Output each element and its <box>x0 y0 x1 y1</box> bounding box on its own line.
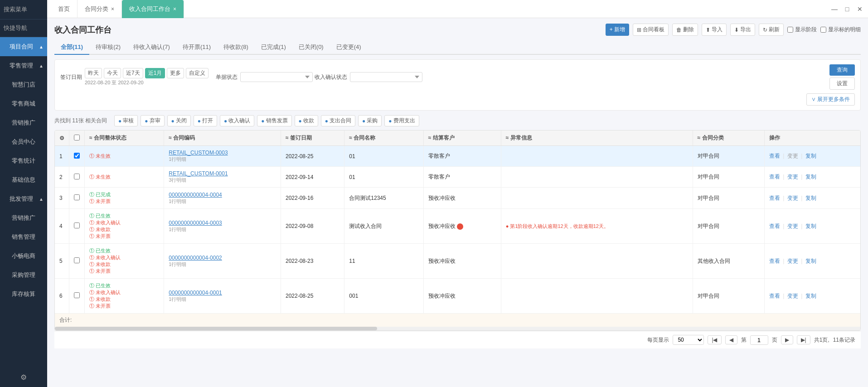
sidebar-item-inventory[interactable]: 库存核算 <box>0 285 47 304</box>
kanban-button[interactable]: ⊞ 合同看板 <box>633 24 669 36</box>
date-btn-更多[interactable]: 更多 <box>167 68 184 78</box>
filter-tab-closed[interactable]: 已关闭(0) <box>292 40 330 55</box>
action-btn-payment[interactable]: ●收款 <box>295 115 318 126</box>
view-link[interactable]: 查看 <box>769 195 780 201</box>
refresh-button[interactable]: ↻ 刷新 <box>759 24 784 36</box>
sidebar-nav[interactable]: 快捷导航 <box>0 19 47 37</box>
action-btn-close[interactable]: ●关闭 <box>167 115 191 126</box>
action-btn-abandon[interactable]: ●弃审 <box>141 115 164 126</box>
contract-code-link[interactable]: 0000000000004-0003 <box>169 220 222 226</box>
row-checkbox[interactable] <box>69 244 85 279</box>
show-stages-checkbox[interactable]: 显示阶段 <box>787 26 817 34</box>
filter-tab-pending-confirm[interactable]: 待收入确认(7) <box>127 40 176 55</box>
scrollbar-thumb[interactable] <box>55 327 377 330</box>
gear-icon[interactable]: ⚙ <box>20 373 27 382</box>
row-checkbox[interactable] <box>69 279 85 314</box>
contract-code-link[interactable]: RETAIL_CUSTOM-0003 <box>169 150 228 156</box>
action-btn-out-contract[interactable]: ●支出合同 <box>321 115 355 126</box>
tab-close-income-workbench[interactable]: × <box>173 6 176 12</box>
sidebar-item-smart-store[interactable]: 智慧门店 <box>0 75 47 94</box>
income-confirm-select[interactable] <box>350 72 422 82</box>
action-btn-purchase[interactable]: ●采购 <box>358 115 382 126</box>
filter-tab-pending-payment[interactable]: 待收款(8) <box>217 40 255 55</box>
tab-contract-category[interactable]: 合同分类× <box>78 0 122 18</box>
date-btn-今天[interactable]: 今天 <box>104 68 121 78</box>
tab-close-contract-category[interactable]: × <box>111 6 114 12</box>
tab-income-workbench[interactable]: 收入合同工作台× <box>122 0 184 18</box>
filter-tab-pending-review[interactable]: 待审核(2) <box>89 40 127 55</box>
view-link[interactable]: 查看 <box>769 174 780 180</box>
filter-tab-pending-invoice[interactable]: 待开票(11) <box>176 40 217 55</box>
action-btn-open[interactable]: ●打开 <box>194 115 217 126</box>
sidebar-item-marketing[interactable]: 营销推广 <box>0 113 47 132</box>
tab-home[interactable]: 首页 <box>51 0 78 18</box>
date-btn-自定义[interactable]: 自定义 <box>186 68 209 78</box>
sidebar-item-retail-mall[interactable]: 零售商城 <box>0 94 47 113</box>
delete-button[interactable]: 🗑 删除 <box>672 24 698 36</box>
filter-tab-completed[interactable]: 已完成(1) <box>255 40 292 55</box>
first-page-button[interactable]: |◀ <box>708 335 721 344</box>
sidebar-item-project-contract[interactable]: 项目合同▲ <box>0 37 47 56</box>
prev-page-button[interactable]: ◀ <box>725 335 737 344</box>
view-link[interactable]: 查看 <box>769 258 780 264</box>
sidebar-item-xiaochu[interactable]: 小畅电商 <box>0 247 47 266</box>
change-link[interactable]: 变更 <box>787 293 798 299</box>
contract-code-link[interactable]: 0000000000004-0001 <box>169 290 222 296</box>
sidebar-item-wholesale-mgmt[interactable]: 批发管理▲ <box>0 189 47 208</box>
sidebar-item-marketing2[interactable]: 营销推广 <box>0 208 47 227</box>
copy-link[interactable]: 复制 <box>805 223 816 229</box>
action-btn-expense-out[interactable]: ●费用支出 <box>384 115 419 126</box>
action-btn-review[interactable]: ●审核 <box>114 115 138 126</box>
expand-conditions-button[interactable]: ∨ 展开更多条件 <box>806 93 855 106</box>
sidebar-item-purchase-mgmt[interactable]: 采购管理 <box>0 266 47 285</box>
page-number-input[interactable] <box>750 335 768 345</box>
import-button[interactable]: ⬆ 导入 <box>702 24 727 36</box>
minimize-button[interactable]: — <box>830 5 839 14</box>
last-page-button[interactable]: ▶| <box>797 335 810 344</box>
contract-code-link[interactable]: 0000000000004-0004 <box>169 192 222 198</box>
copy-link[interactable]: 复制 <box>805 174 816 180</box>
set-button[interactable]: 设置 <box>829 77 855 90</box>
view-link[interactable]: 查看 <box>769 223 780 229</box>
close-button[interactable]: ✕ <box>855 5 864 14</box>
filter-tab-all[interactable]: 全部(11) <box>54 40 89 55</box>
date-btn-近7天[interactable]: 近7天 <box>123 68 143 78</box>
sidebar-item-sales-mgmt[interactable]: 销售管理 <box>0 227 47 247</box>
contract-code-link[interactable]: 0000000000004-0002 <box>169 255 222 261</box>
sidebar-item-base-info[interactable]: 基础信息 <box>0 170 47 189</box>
contract-code-link[interactable]: RETAIL_CUSTOM-0001 <box>169 170 228 177</box>
col-settings[interactable]: ⚙ <box>55 131 69 146</box>
horizontal-scrollbar[interactable] <box>55 327 860 330</box>
sidebar-item-member-center[interactable]: 会员中心 <box>0 132 47 151</box>
page-size-select[interactable]: 50 20 100 <box>673 335 704 345</box>
copy-link[interactable]: 复制 <box>805 195 816 201</box>
change-link[interactable]: 变更 <box>787 174 798 180</box>
change-link[interactable]: 变更 <box>787 195 798 201</box>
view-link[interactable]: 查看 <box>769 153 780 159</box>
action-btn-sales-invoice[interactable]: ●销售发票 <box>257 115 291 126</box>
show-details-checkbox[interactable]: 显示标的明细 <box>820 26 861 34</box>
copy-link[interactable]: 复制 <box>805 258 816 264</box>
date-btn-近1月[interactable]: 近1月 <box>145 68 165 78</box>
next-page-button[interactable]: ▶ <box>781 335 793 344</box>
change-link[interactable]: 变更 <box>787 153 798 159</box>
select-all-checkbox[interactable] <box>74 135 80 140</box>
query-button[interactable]: 查询 <box>829 64 855 76</box>
row-checkbox[interactable] <box>69 188 85 209</box>
change-link[interactable]: 变更 <box>787 258 798 264</box>
row-checkbox[interactable] <box>69 167 85 188</box>
export-button[interactable]: ⬇ 导出 <box>730 24 755 36</box>
maximize-button[interactable]: □ <box>843 5 852 14</box>
copy-link[interactable]: 复制 <box>805 293 816 299</box>
action-btn-income-confirm[interactable]: ●收入确认 <box>220 115 254 126</box>
copy-link[interactable]: 复制 <box>805 153 816 159</box>
sidebar-item-retail-stats[interactable]: 零售统计 <box>0 151 47 170</box>
col-checkbox[interactable] <box>69 131 85 146</box>
sidebar-item-retail-mgmt[interactable]: 零售管理▲ <box>0 56 47 75</box>
row-checkbox[interactable] <box>69 146 85 167</box>
view-link[interactable]: 查看 <box>769 293 780 299</box>
date-btn-昨天[interactable]: 昨天 <box>85 68 102 78</box>
row-checkbox[interactable] <box>69 209 85 244</box>
sidebar-search[interactable]: 搜索菜单 <box>0 0 47 19</box>
add-button[interactable]: + 新增 <box>606 24 629 36</box>
